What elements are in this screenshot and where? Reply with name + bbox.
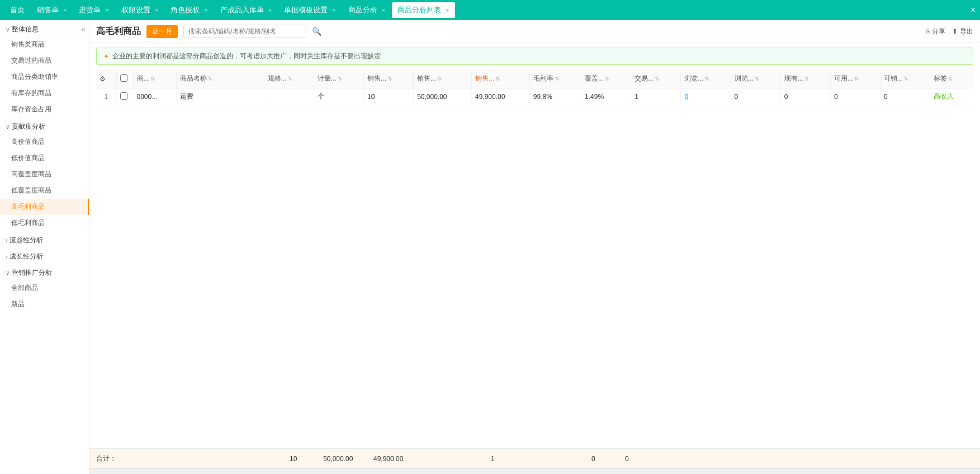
cell-spec — [264, 88, 314, 105]
col-trade[interactable]: 交易...⇅ — [631, 69, 681, 88]
cell-trade: 1 — [631, 88, 681, 105]
nav-label-purchase: 进货单 — [79, 5, 101, 15]
sidebar-item-stock-goods[interactable]: 有库存的商品 — [0, 85, 89, 101]
col-checkbox[interactable] — [116, 69, 133, 88]
select-all-checkbox[interactable] — [120, 74, 127, 82]
sidebar-item-high-value[interactable]: 高价值商品 — [0, 134, 89, 150]
col-sales-amt2[interactable]: 销售...⇅ — [471, 69, 529, 88]
col-spec[interactable]: 规格...⇅ — [264, 69, 314, 88]
sidebar-item-sales-goods[interactable]: 销售类商品 — [0, 36, 89, 53]
col-settings[interactable]: ⚙ — [96, 69, 116, 88]
sidebar-item-new-goods[interactable]: 新品 — [0, 296, 89, 312]
cell-checkbox[interactable] — [116, 88, 133, 105]
sidebar-item-high-margin[interactable]: 高毛利商品 — [0, 199, 89, 215]
col-saleable[interactable]: 可销...⇅ — [880, 69, 930, 88]
col-gross-rate[interactable]: 毛利率⇅ — [529, 69, 581, 88]
header-actions: ⎘ 分享 ⬆ 导出 — [926, 27, 973, 36]
section-arrow-growth: › — [6, 254, 7, 260]
col-code[interactable]: 商...⇅ — [133, 69, 177, 88]
nav-label-permission: 权限设置 — [121, 5, 150, 15]
col-sales-qty[interactable]: 销售...⇅ — [363, 69, 413, 88]
cell-name: 运费 — [177, 88, 264, 105]
cell-code: 0000... — [133, 88, 177, 105]
sidebar-collapse-button[interactable]: « — [81, 25, 86, 34]
nav-label-analysis: 商品分析 — [348, 5, 377, 15]
nav-item-inbound[interactable]: 产成品入库单 × — [215, 2, 277, 18]
sidebar-section-overall[interactable]: ∨ 整体信息 — [0, 20, 89, 36]
nav-item-analysis-list[interactable]: 商品分析列表 × — [392, 2, 455, 18]
nav-close-analysis-list[interactable]: × — [446, 7, 449, 13]
top-navigation: 首页 销售单 × 进货单 × 权限设置 × 角色授权 × 产成品入库单 × 单据… — [0, 0, 980, 20]
table-container[interactable]: ⚙ 商...⇅ 商品名称⇅ 规格...⇅ 计量...⇅ 销售...⇅ 销售...… — [96, 69, 973, 448]
export-icon: ⬆ — [952, 27, 958, 35]
sidebar-item-traded-goods[interactable]: 交易过的商品 — [0, 53, 89, 69]
sidebar-item-stock-capital[interactable]: 库存资金占用 — [0, 101, 89, 118]
nav-close-purchase[interactable]: × — [105, 7, 108, 13]
nav-item-home[interactable]: 首页 — [4, 2, 30, 18]
nav-close-template[interactable]: × — [332, 7, 335, 13]
section-label-contribution: 贡献度分析 — [12, 122, 45, 132]
search-input[interactable] — [183, 25, 306, 38]
sidebar: « ∨ 整体信息 销售类商品 交易过的商品 商品分类助销率 有库存的商品 库存资… — [0, 20, 89, 474]
cell-num: 1 — [96, 88, 116, 105]
nav-item-template[interactable]: 单据模板设置 × — [278, 2, 341, 18]
table-row: 1 0000... 运费 个 10 50,000.00 49,900.00 99… — [96, 88, 973, 105]
nav-label-home: 首页 — [10, 5, 25, 15]
export-button[interactable]: ⬆ 导出 — [952, 27, 973, 36]
nav-close-inbound[interactable]: × — [268, 7, 272, 13]
col-name[interactable]: 商品名称⇅ — [177, 69, 264, 88]
page-title: 高毛利商品 — [96, 26, 141, 37]
footer-current: 0 — [588, 455, 622, 463]
sidebar-item-category-rate[interactable]: 商品分类助销率 — [0, 69, 89, 85]
section-label-growth: 成长性分析 — [10, 252, 43, 261]
cell-browse1[interactable]: 0 — [681, 88, 731, 105]
cell-sales-amt: 50,000.00 — [414, 88, 472, 105]
col-sales-amt[interactable]: 销售...⇅ — [414, 69, 472, 88]
sidebar-item-low-margin[interactable]: 低毛利商品 — [0, 215, 89, 231]
share-button[interactable]: ⎘ 分享 — [926, 27, 945, 36]
nav-item-purchase[interactable]: 进货单 × — [73, 2, 114, 18]
footer-sales-amt2: 49,900.00 — [370, 455, 420, 463]
nav-item-analysis[interactable]: 商品分析 × — [343, 2, 391, 18]
col-available[interactable]: 可用...⇅ — [830, 69, 880, 88]
cell-sales-qty: 10 — [363, 88, 413, 105]
horizontal-scrollbar[interactable] — [89, 468, 980, 474]
info-text: 企业的主要的利润都是这部分商品创造的，可考虑加大推广，同时关注库存是不要出现缺货 — [112, 51, 381, 61]
sidebar-section-growth[interactable]: › 成长性分析 — [0, 247, 89, 264]
col-coverage[interactable]: 覆盖...⇅ — [581, 69, 631, 88]
nav-item-permission[interactable]: 权限设置 × — [116, 2, 164, 18]
search-button[interactable]: 🔍 — [312, 27, 321, 36]
nav-label-inbound: 产成品入库单 — [220, 5, 264, 15]
nav-item-sales[interactable]: 销售单 × — [31, 2, 72, 18]
sidebar-item-low-coverage[interactable]: 低覆盖度商品 — [0, 182, 89, 199]
nav-close-sales[interactable]: × — [63, 7, 67, 13]
sidebar-item-low-value[interactable]: 低价值商品 — [0, 150, 89, 166]
col-browse1[interactable]: 浏览...⇅ — [681, 69, 731, 88]
col-unit[interactable]: 计量...⇅ — [314, 69, 363, 88]
footer-available: 0 — [622, 455, 655, 463]
data-table: ⚙ 商...⇅ 商品名称⇅ 规格...⇅ 计量...⇅ 销售...⇅ 销售...… — [96, 69, 973, 105]
nav-close-permission[interactable]: × — [155, 7, 158, 13]
nav-item-role[interactable]: 角色授权 × — [165, 2, 213, 18]
main-layout: « ∨ 整体信息 销售类商品 交易过的商品 商品分类助销率 有库存的商品 库存资… — [0, 20, 980, 474]
cell-tag: 高收入 — [930, 88, 973, 105]
close-all-tabs-button[interactable]: × — [970, 5, 976, 15]
table-header-row: ⚙ 商...⇅ 商品名称⇅ 规格...⇅ 计量...⇅ 销售...⇅ 销售...… — [96, 69, 973, 88]
sidebar-item-high-coverage[interactable]: 高覆盖度商品 — [0, 166, 89, 182]
col-browse2[interactable]: 浏览...⇅ — [731, 69, 780, 88]
col-current[interactable]: 现有...⇅ — [780, 69, 830, 88]
nav-label-role: 角色授权 — [171, 5, 200, 15]
filter-period-button[interactable]: 近一月 — [146, 25, 178, 38]
content-area: 高毛利商品 近一月 🔍 ⎘ 分享 ⬆ 导出 ✦ 企业的主要的利润都是这部分商品创… — [89, 20, 980, 474]
cell-available: 0 — [830, 88, 880, 105]
sidebar-section-trend[interactable]: › 流趋性分析 — [0, 231, 89, 247]
cell-unit: 个 — [314, 88, 363, 105]
col-tag[interactable]: 标签⇅ — [930, 69, 973, 88]
sidebar-item-all-goods[interactable]: 全部商品 — [0, 280, 89, 296]
nav-close-analysis[interactable]: × — [382, 7, 385, 13]
info-icon: ✦ — [103, 53, 109, 60]
sidebar-section-contribution[interactable]: ∨ 贡献度分析 — [0, 118, 89, 134]
section-label-marketing: 营销推广分析 — [12, 268, 52, 278]
nav-close-role[interactable]: × — [204, 7, 207, 13]
sidebar-section-marketing[interactable]: ∨ 营销推广分析 — [0, 264, 89, 280]
